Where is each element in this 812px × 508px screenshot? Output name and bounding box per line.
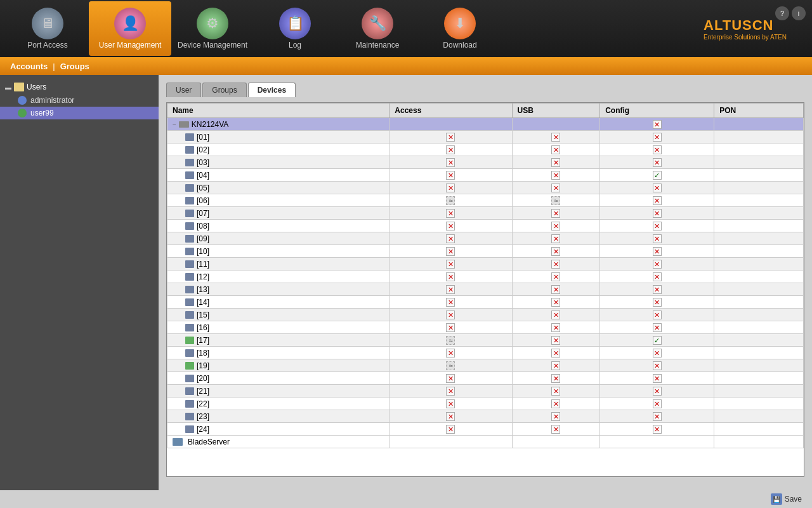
tree-root-users[interactable]: ▬ Users [0, 80, 159, 94]
checkbox-x[interactable]: ✕ [653, 311, 662, 319]
checkbox-x[interactable]: ✕ [551, 323, 560, 332]
checkbox-x[interactable]: ✕ [551, 387, 560, 396]
checkbox-x[interactable]: ✕ [446, 399, 455, 408]
port-config-cell[interactable]: ✕ [600, 423, 714, 436]
nav-port-access[interactable]: 🖥 Port Access [6, 1, 89, 56]
checkbox-x[interactable]: ✕ [653, 399, 662, 408]
port-config-cell[interactable]: ✕ [600, 194, 714, 207]
checkbox-x[interactable]: ✕ [446, 311, 455, 319]
checkbox-x[interactable]: ✕ [551, 260, 560, 269]
port-usb-cell[interactable]: ✕ [512, 182, 600, 194]
port-usb-cell[interactable]: ✕ [512, 131, 600, 144]
checkbox-x[interactable]: ✕ [446, 133, 455, 142]
port-config-cell[interactable]: ✕ [600, 232, 714, 245]
checkbox-x[interactable]: ✕ [446, 374, 455, 383]
port-config-cell[interactable]: ✕ [600, 220, 714, 232]
port-access-cell[interactable]: ✕ [390, 220, 512, 232]
port-access-cell[interactable]: ✕ [390, 309, 512, 321]
port-usb-cell[interactable]: ✕ [512, 398, 600, 410]
port-access-cell[interactable]: ✕ [390, 169, 512, 182]
port-pon-cell[interactable] [714, 398, 804, 410]
port-usb-cell[interactable]: ✕ [512, 309, 600, 321]
checkbox-x[interactable]: ✕ [653, 234, 662, 243]
port-access-cell[interactable]: ✕ [390, 207, 512, 220]
port-usb-cell[interactable]: ✕ [512, 410, 600, 423]
nav-download[interactable]: ⬇ Download [419, 1, 501, 56]
port-config-cell[interactable]: ✕ [600, 156, 714, 169]
port-access-cell[interactable]: ✕ [390, 347, 512, 359]
checkbox-x[interactable]: ✕ [446, 349, 455, 358]
port-config-cell[interactable]: ✕ [600, 271, 714, 283]
port-access-cell[interactable]: ≈ [390, 359, 512, 372]
nav-log[interactable]: 📋 Log [254, 1, 336, 56]
tab-user[interactable]: User [166, 83, 201, 97]
checkbox-x[interactable]: ✕ [551, 234, 560, 243]
port-pon-cell[interactable] [714, 271, 804, 283]
port-usb-cell[interactable]: ✕ [512, 385, 600, 398]
checkbox-x[interactable]: ✕ [653, 361, 662, 370]
port-usb-cell[interactable]: ✕ [512, 144, 600, 156]
subnav-groups[interactable]: Groups [56, 62, 93, 71]
checkbox-x[interactable]: ✕ [446, 247, 455, 256]
checkbox-x[interactable]: ✕ [446, 171, 455, 180]
port-pon-cell[interactable] [714, 194, 804, 207]
port-config-cell[interactable]: ✕ [600, 385, 714, 398]
port-access-cell[interactable]: ✕ [390, 156, 512, 169]
checkbox-x[interactable]: ✕ [551, 158, 560, 167]
port-pon-cell[interactable] [714, 309, 804, 321]
port-config-cell[interactable]: ✓ [600, 169, 714, 182]
checkbox-x[interactable]: ✕ [551, 272, 560, 281]
port-pon-cell[interactable] [714, 296, 804, 309]
port-usb-cell[interactable]: ✕ [512, 334, 600, 347]
device-config-check[interactable]: ✕ [653, 120, 662, 129]
port-pon-cell[interactable] [714, 334, 804, 347]
checkbox-inherit[interactable]: ≈ [446, 336, 455, 345]
port-config-cell[interactable]: ✕ [600, 296, 714, 309]
port-pon-cell[interactable] [714, 220, 804, 232]
nav-maintenance[interactable]: 🔧 Maintenance [336, 1, 419, 56]
save-button[interactable]: 💾 Save [771, 493, 802, 505]
checkbox-inherit[interactable]: ≈ [551, 196, 560, 205]
port-config-cell[interactable]: ✕ [600, 245, 714, 258]
port-usb-cell[interactable]: ✕ [512, 245, 600, 258]
checkbox-inherit[interactable]: ≈ [446, 196, 455, 205]
checkbox-x[interactable]: ✕ [446, 387, 455, 396]
checkbox-x[interactable]: ✕ [653, 298, 662, 307]
checkbox-x[interactable]: ✕ [653, 145, 662, 154]
checkbox-x[interactable]: ✕ [551, 133, 560, 142]
port-config-cell[interactable]: ✕ [600, 398, 714, 410]
port-access-cell[interactable]: ✕ [390, 258, 512, 271]
tab-devices[interactable]: Devices [248, 83, 296, 97]
checkbox-x[interactable]: ✕ [653, 209, 662, 218]
port-config-cell[interactable]: ✕ [600, 359, 714, 372]
checkbox-x[interactable]: ✕ [653, 247, 662, 256]
checkbox-x[interactable]: ✕ [446, 209, 455, 218]
info-icon[interactable]: i [792, 6, 806, 20]
port-usb-cell[interactable]: ✕ [512, 359, 600, 372]
checkbox-x[interactable]: ✕ [551, 285, 560, 294]
port-pon-cell[interactable] [714, 359, 804, 372]
port-usb-cell[interactable]: ✕ [512, 283, 600, 296]
checkbox-check[interactable]: ✓ [653, 336, 662, 345]
port-pon-cell[interactable] [714, 232, 804, 245]
nav-device-management[interactable]: ⚙ Device Management [171, 1, 254, 56]
checkbox-x[interactable]: ✕ [653, 133, 662, 142]
port-access-cell[interactable]: ✕ [390, 271, 512, 283]
checkbox-x[interactable]: ✕ [446, 234, 455, 243]
checkbox-x[interactable]: ✕ [551, 425, 560, 434]
checkbox-x[interactable]: ✕ [551, 311, 560, 319]
port-access-cell[interactable]: ✕ [390, 385, 512, 398]
checkbox-x[interactable]: ✕ [551, 171, 560, 180]
checkbox-x[interactable]: ✕ [446, 298, 455, 307]
port-access-cell[interactable]: ✕ [390, 321, 512, 334]
port-config-cell[interactable]: ✕ [600, 410, 714, 423]
port-config-cell[interactable]: ✕ [600, 347, 714, 359]
port-access-cell[interactable]: ≈ [390, 334, 512, 347]
sidebar-item-administrator[interactable]: administrator [0, 94, 159, 107]
port-config-cell[interactable]: ✕ [600, 131, 714, 144]
checkbox-x[interactable]: ✕ [446, 158, 455, 167]
checkbox-x[interactable]: ✕ [653, 387, 662, 396]
checkbox-x[interactable]: ✕ [653, 222, 662, 231]
subnav-accounts[interactable]: Accounts [6, 62, 51, 71]
port-access-cell[interactable]: ≈ [390, 194, 512, 207]
